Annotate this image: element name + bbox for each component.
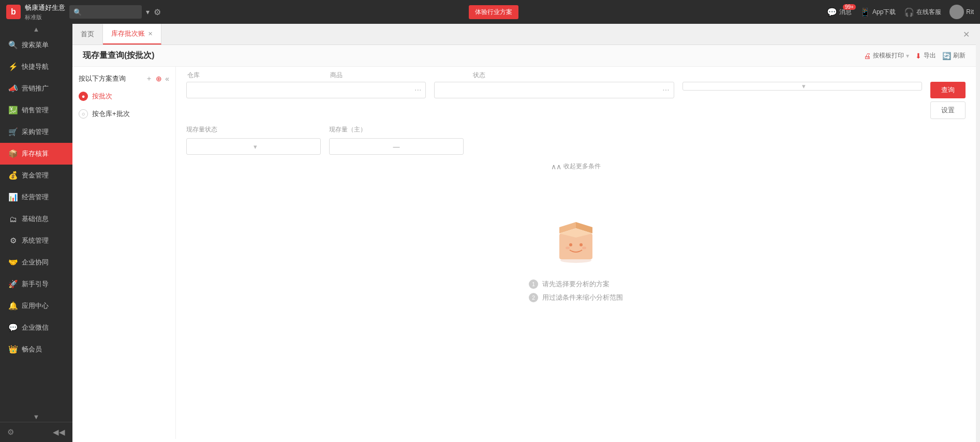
product-dots-icon[interactable]: ··· [662,85,669,95]
sidebar-item-label-quick-nav: 快捷导航 [22,62,49,71]
refresh-btn[interactable]: 🔄 刷新 [942,51,966,60]
scheme-add-icon[interactable]: ＋ [145,74,153,83]
refresh-label: 刷新 [953,51,966,60]
headset-icon: 🎧 [904,7,914,17]
scheme-item-label-by-warehouse-batch: 按仓库+批次 [92,109,130,119]
sidebar-item-sales[interactable]: 💹 销售管理 [0,99,72,121]
scheme-collapse-icon[interactable]: « [165,75,169,83]
scheme-panel: 按以下方案查询 ＋ ⊕ « ● 按批次 ○ 按仓库+批次 [72,67,176,439]
collapse-more-label: 收起更多条件 [563,162,601,171]
status-arrow-icon: ▾ [802,82,917,90]
purchase-icon: 🛒 [8,127,18,137]
sidebar-item-marketing[interactable]: 📣 营销推广 [0,78,72,99]
app-edition: 标准版 [25,13,65,21]
filter-field-stock-qty: 现存量（主） — [329,125,464,155]
status-select-wrap[interactable]: ▾ [682,82,922,91]
sidebar-item-system[interactable]: ⚙ 系统管理 [0,230,72,252]
sidebar-item-label-sales: 销售管理 [22,106,49,115]
stock-qty-end[interactable] [402,143,459,151]
sidebar-item-basic-info[interactable]: 🗂 基础信息 [0,208,72,230]
tab-home-label: 首页 [81,30,94,39]
sidebar-item-label-app-center: 应用中心 [22,301,49,311]
stock-status-select[interactable]: ▾ [186,138,321,155]
app-name-block: 畅康通好生意 标准版 [25,3,65,21]
sidebar-item-label-basic-info: 基础信息 [22,214,49,224]
stock-qty-separator: — [393,143,400,151]
scheme-item-by-batch[interactable]: ● 按批次 [72,87,175,105]
sidebar-item-search-menu[interactable]: 🔍 搜索菜单 [0,34,72,56]
messages-item[interactable]: 💬 消息 99+ [827,7,852,17]
sidebar-scroll-down[interactable]: ▼ [0,411,72,422]
product-input-wrap[interactable]: ··· [434,82,674,98]
sidebar-item-label-purchase: 采购管理 [22,127,49,137]
sidebar-item-label-new-guide: 新手引导 [22,279,49,289]
warehouse-input[interactable] [191,86,414,94]
app-download-item[interactable]: 📱 App下载 [860,7,896,17]
setup-button[interactable]: 设置 [930,101,966,119]
tab-close-icon[interactable]: ✕ [148,31,153,37]
basic-info-icon: 🗂 [8,214,18,224]
sidebar-item-member[interactable]: 👑 畅会员 [0,338,72,360]
sidebar-item-operations[interactable]: 📊 经营管理 [0,186,72,208]
export-btn[interactable]: ⬇ 导出 [915,51,936,60]
sidebar-item-finance[interactable]: 💰 资金管理 [0,165,72,186]
stock-qty-label: 现存量（主） [329,125,464,134]
industry-btn[interactable]: 体验行业方案 [469,5,518,19]
main-layout: ▲ 🔍 搜索菜单 ⚡ 快捷导航 📣 营销推广 💹 销售管理 🛒 采购管理 [0,24,980,442]
filter-labels-row: 仓库 商品 状态 [186,71,966,80]
sidebar-item-app-center[interactable]: 🔔 应用中心 [0,295,72,317]
inventory-icon: 📦 [8,149,18,158]
search-input[interactable] [84,8,138,16]
filter-field-warehouse: ··· [186,82,426,98]
stock-qty-start[interactable] [334,143,391,151]
scheme-panel-header: 按以下方案查询 ＋ ⊕ « [72,72,175,87]
filter-layout: 按以下方案查询 ＋ ⊕ « ● 按批次 ○ 按仓库+批次 [72,67,976,439]
sidebar-scroll-up[interactable]: ▲ [0,24,72,34]
warehouse-input-wrap[interactable]: ··· [186,82,426,98]
refresh-icon: 🔄 [942,52,951,60]
topbar-settings-icon[interactable]: ⚙ [154,7,161,17]
collapse-more-btn[interactable]: ∧∧ 收起更多条件 [186,159,966,174]
topbar: b 畅康通好生意 标准版 🔍 ▾ ⚙ 体验行业方案 💬 消息 99+ 📱 App… [0,0,980,24]
app-center-icon: 🔔 [8,301,18,311]
user-item[interactable]: Rit [949,5,974,19]
print-btn[interactable]: 🖨 按模板打印 ▾ [864,51,909,60]
online-service-item[interactable]: 🎧 在线客服 [904,7,941,17]
search-dropdown-icon[interactable]: ▾ [146,8,150,16]
query-button[interactable]: 查询 [930,82,966,98]
warehouse-dots-icon[interactable]: ··· [414,85,421,95]
scheme-settings-icon[interactable]: ⊕ [156,75,162,83]
sidebar-settings-icon[interactable]: ⚙ [7,428,14,437]
empty-icon [545,215,607,267]
sidebar-items: 🔍 搜索菜单 ⚡ 快捷导航 📣 营销推广 💹 销售管理 🛒 采购管理 📦 [0,34,72,411]
sidebar-item-label-finance: 资金管理 [22,171,49,180]
export-label: 导出 [924,51,936,60]
page-title: 现存量查询(按批次) [83,50,155,61]
sidebar-item-purchase[interactable]: 🛒 采购管理 [0,121,72,143]
enterprise-wechat-icon: 💬 [8,323,18,332]
scheme-item-dot-inactive: ○ [79,109,88,119]
export-icon: ⬇ [915,52,922,60]
sidebar-item-enterprise-collab[interactable]: 🤝 企业协同 [0,252,72,273]
sidebar-item-label-member: 畅会员 [22,345,42,354]
sidebar-item-new-guide[interactable]: 🚀 新手引导 [0,273,72,295]
quick-nav-icon: ⚡ [8,62,18,71]
sidebar-item-label-inventory: 库存核算 [22,149,49,158]
product-input[interactable] [439,86,662,94]
print-dropdown-icon[interactable]: ▾ [906,52,909,60]
search-menu-icon: 🔍 [8,40,18,50]
tab-home[interactable]: 首页 [72,24,103,44]
scheme-item-by-warehouse-batch[interactable]: ○ 按仓库+批次 [72,105,175,123]
search-bar[interactable]: 🔍 [69,5,142,19]
sidebar-item-quick-nav[interactable]: ⚡ 快捷导航 [0,56,72,78]
sidebar-item-enterprise-wechat[interactable]: 💬 企业微信 [0,317,72,338]
tab-bar-close-all[interactable]: ✕ [957,30,976,39]
tab-inventory-batch[interactable]: 库存批次账 ✕ [103,24,161,45]
stock-qty-range[interactable]: — [329,138,464,155]
sidebar-item-inventory[interactable]: 📦 库存核算 [0,143,72,165]
product-label: 商品 [329,71,464,80]
sidebar-collapse-icon[interactable]: ◀◀ [53,428,65,437]
search-icon: 🔍 [73,8,82,16]
topbar-left: b 畅康通好生意 标准版 🔍 ▾ ⚙ [6,3,161,21]
action-buttons: 查询 设置 [930,82,966,119]
